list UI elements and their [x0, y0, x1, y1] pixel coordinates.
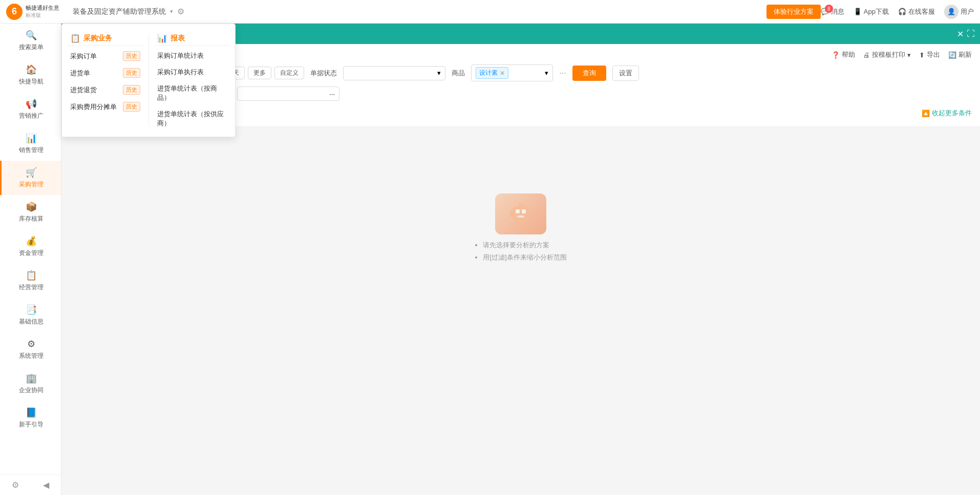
svg-rect-1: [516, 209, 520, 213]
tab-bar-right: ✕ ⛶: [957, 29, 980, 39]
enterprise-icon: 🏢: [26, 373, 37, 384]
help-icon: ❓: [832, 51, 840, 59]
svg-rect-4: [510, 210, 513, 218]
menu-item-order-exec[interactable]: 采购订单执行表: [154, 64, 230, 80]
collapse-icon: 🔼: [922, 110, 930, 117]
sidebar-item-enterprise[interactable]: 🏢 企业协同: [0, 367, 61, 401]
purchase-icon: 🛒: [26, 167, 37, 178]
header-right: 💬 8 消息 📱 App下载 🎧 在线客服 👤 用户: [821, 5, 974, 19]
online-service-item[interactable]: 🎧 在线客服: [898, 7, 935, 16]
industry-btn[interactable]: 体验行业方案: [766, 5, 821, 19]
inventory-icon: 📦: [26, 201, 37, 212]
svg-rect-3: [517, 216, 524, 218]
sidebar-item-sales[interactable]: 📊 销售管理: [0, 126, 61, 161]
top-header: 6 畅捷通好生意 标准版 装备及固定资产辅助管理系统 ▾ ⚙ 体验行业方案 💬 …: [0, 0, 980, 24]
quick-custom-btn[interactable]: 自定义: [274, 67, 304, 79]
sidebar-item-finance[interactable]: 💰 资金管理: [0, 229, 61, 264]
menu-item-purchase-expense[interactable]: 采购费用分摊单 历史: [67, 98, 143, 115]
product-select-arrow: ▾: [545, 69, 548, 77]
svg-rect-7: [522, 221, 526, 226]
tab-expand-icon[interactable]: ⛶: [967, 29, 975, 38]
purchase-dropdown-menu: 📋 采购业务 采购订单 历史 进货单 历史 进货退货 历史 采购费用分摊单 历史: [61, 24, 236, 137]
history-badge-0: 历史: [123, 51, 140, 61]
purchase-col: 📋 采购业务 采购订单 历史 进货单 历史 进货退货 历史 采购费用分摊单 历史: [62, 29, 148, 132]
refresh-btn[interactable]: 🔄 刷新: [948, 50, 972, 59]
message-icon-wrap: 💬 8: [821, 8, 829, 15]
empty-robot-icon: [495, 193, 546, 234]
logo-icon: 6: [6, 4, 23, 20]
svg-rect-2: [522, 209, 526, 213]
basic-icon: 📑: [26, 304, 37, 315]
sidebar-item-quicknav[interactable]: 🏠 快捷导航: [0, 58, 61, 92]
logo-text: 畅捷通好生意 标准版: [26, 4, 59, 18]
user-avatar: 👤: [944, 5, 958, 19]
search-icon: 🔍: [26, 30, 37, 41]
sidebar: 🔍 搜索菜单 🏠 快捷导航 📢 营销推广 📊 销售管理 🛒 采购管理 📦 库存核…: [0, 24, 61, 495]
sidebar-item-system[interactable]: ⚙ 系统管理: [0, 332, 61, 367]
sidebar-item-marketing[interactable]: 📢 营销推广: [0, 92, 61, 126]
query-btn[interactable]: 查询: [572, 66, 606, 81]
dropdown-columns: 📋 采购业务 采购订单 历史 进货单 历史 进货退货 历史 采购费用分摊单 历史: [62, 29, 235, 132]
product-tag: 设计素 ✕: [476, 67, 508, 79]
home-icon: 🏠: [26, 64, 37, 75]
purchase-col-icon: 📋: [70, 33, 80, 43]
svg-rect-5: [528, 210, 531, 218]
purchase-col-title: 📋 采购业务: [67, 29, 143, 46]
export-btn[interactable]: ⬆ 导出: [919, 50, 940, 59]
report-col-icon: 📊: [157, 33, 167, 43]
app-download-item[interactable]: 📱 App下载: [854, 7, 889, 16]
sidebar-item-operations[interactable]: 📋 经营管理: [0, 264, 61, 298]
history-badge-2: 历史: [123, 85, 140, 95]
sidebar-collapse-btn[interactable]: ◀: [43, 480, 49, 490]
product-select[interactable]: 设计素 ✕ ▾: [471, 64, 553, 81]
settings-btn[interactable]: 设置: [612, 66, 639, 81]
operations-icon: 📋: [26, 270, 37, 281]
finance-icon: 💰: [26, 235, 37, 247]
history-badge-3: 历史: [123, 102, 140, 112]
tab-close-window-icon[interactable]: ✕: [957, 29, 964, 39]
product-tag-close[interactable]: ✕: [500, 70, 505, 77]
sidebar-item-search[interactable]: 🔍 搜索菜单: [0, 24, 61, 58]
guide-icon: 📘: [26, 407, 37, 418]
menu-item-receipt-stats-product[interactable]: 进货单统计表（按商品）: [154, 80, 230, 106]
phone-icon: 📱: [854, 8, 862, 15]
user-item[interactable]: 👤 用户: [944, 5, 974, 19]
collapse-btn[interactable]: 🔼 收起更多条件: [922, 109, 972, 118]
status-select[interactable]: ▾: [343, 66, 445, 80]
message-item[interactable]: 💬 8 消息: [821, 7, 844, 16]
empty-tips: 请先选择要分析的方案 用[过滤]条件来缩小分析范围: [475, 241, 566, 265]
help-btn[interactable]: ❓ 帮助: [832, 50, 855, 59]
sales-icon: 📊: [26, 133, 37, 144]
logo-area: 6 畅捷通好生意 标准版: [6, 4, 68, 20]
status-select-arrow: ▾: [437, 69, 441, 77]
refresh-icon: 🔄: [948, 51, 956, 59]
export-icon: ⬆: [919, 51, 925, 59]
report-col-title: 📊 报表: [154, 29, 230, 46]
staff-select[interactable]: ···: [237, 87, 339, 101]
sidebar-item-guide[interactable]: 📘 新手引导: [0, 401, 61, 435]
system-title-area: 装备及固定资产辅助管理系统 ▾ ⚙: [68, 7, 762, 16]
quick-more-btn[interactable]: 更多: [248, 67, 271, 79]
menu-item-purchase-receipt[interactable]: 进货单 历史: [67, 64, 143, 81]
print-dropdown-icon: ▾: [907, 51, 911, 59]
sidebar-item-inventory[interactable]: 📦 库存核算: [0, 195, 61, 229]
product-more-btn[interactable]: ···: [559, 69, 566, 78]
menu-item-receipt-stats-supplier[interactable]: 进货单统计表（按供应商）: [154, 106, 230, 132]
print-btn[interactable]: 🖨 按模板打印 ▾: [863, 50, 911, 59]
headset-icon: 🎧: [898, 8, 906, 15]
menu-item-purchase-return[interactable]: 进货退货 历史: [67, 81, 143, 98]
sidebar-item-basic[interactable]: 📑 基础信息: [0, 298, 61, 332]
menu-item-order-stats[interactable]: 采购订单统计表: [154, 48, 230, 64]
title-dropdown-icon[interactable]: ▾: [170, 8, 173, 15]
history-badge-1: 历史: [123, 68, 140, 78]
report-col: 📊 报表 采购订单统计表 采购订单执行表 进货单统计表（按商品） 进货单统计表（…: [149, 29, 236, 132]
status-label: 单据状态: [310, 69, 337, 78]
marketing-icon: 📢: [26, 98, 37, 110]
title-settings-icon[interactable]: ⚙: [177, 7, 184, 16]
staff-select-arrow: ···: [329, 90, 335, 98]
sidebar-settings-btn[interactable]: ⚙: [12, 480, 19, 490]
system-title-text: 装备及固定资产辅助管理系统: [73, 7, 166, 16]
menu-item-purchase-order[interactable]: 采购订单 历史: [67, 48, 143, 64]
sidebar-item-purchase[interactable]: 🛒 采购管理: [0, 161, 61, 195]
svg-rect-0: [513, 206, 528, 221]
